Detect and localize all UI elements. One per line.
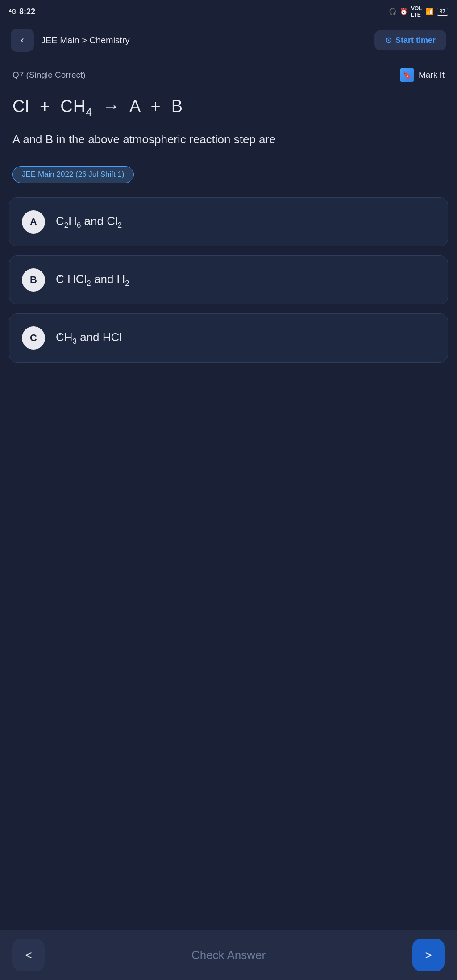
- carbon-radical-c: C: [56, 330, 64, 344]
- question-text: A and B in the above atmospheric reactio…: [12, 131, 445, 148]
- wifi-icon: 📶: [426, 8, 433, 15]
- option-a-circle: A: [22, 210, 45, 234]
- status-bar: ⁴G 8:22 🎧 ⏰ VOLLTE 📶 37: [0, 0, 457, 21]
- chlorine-radical: Cl: [12, 95, 29, 118]
- option-b-circle: B: [22, 268, 45, 292]
- back-button[interactable]: ‹: [11, 29, 34, 52]
- option-c-text: CH3 and HCl: [56, 330, 122, 346]
- question-header: Q7 (Single Correct) 🔖 Mark It: [0, 59, 457, 88]
- back-icon: ‹: [21, 34, 24, 46]
- check-answer-label: Check Answer: [191, 948, 266, 962]
- battery-indicator: 37: [437, 8, 448, 16]
- bookmark-icon: 🔖: [400, 68, 414, 82]
- start-timer-button[interactable]: ⊙ Start timer: [374, 30, 446, 50]
- mark-it-button[interactable]: 🔖 Mark It: [400, 68, 445, 82]
- bottom-navigation: < Check Answer >: [0, 930, 457, 980]
- option-b-text: C HCl2 and H2: [56, 272, 129, 288]
- carbon-radical-b: C: [56, 272, 64, 286]
- status-time: 8:22: [19, 7, 35, 17]
- option-a-card[interactable]: A C2H6 and Cl2: [9, 197, 448, 246]
- chemical-equation: Cl + CH4 → A + B: [12, 95, 445, 120]
- option-a-letter: A: [30, 216, 37, 228]
- mark-it-label: Mark It: [419, 70, 445, 80]
- status-left: ⁴G 8:22: [9, 7, 35, 17]
- next-icon: >: [425, 948, 432, 962]
- signal-icon: ⁴G: [9, 8, 17, 15]
- prev-button[interactable]: <: [12, 939, 45, 971]
- option-c-card[interactable]: C CH3 and HCl: [9, 313, 448, 363]
- question-content: Cl + CH4 → A + B A and B in the above at…: [0, 88, 457, 159]
- start-timer-label: Start timer: [395, 36, 436, 45]
- nav-header: ‹ JEE Main > Chemistry ⊙ Start timer: [0, 21, 457, 59]
- option-b-letter: B: [30, 274, 37, 286]
- tag-container: JEE Main 2022 (26 Jul Shift 1): [0, 159, 457, 197]
- prev-icon: <: [25, 948, 32, 962]
- option-b-card[interactable]: B C HCl2 and H2: [9, 255, 448, 304]
- status-right: 🎧 ⏰ VOLLTE 📶 37: [389, 5, 448, 18]
- option-c-circle: C: [22, 326, 45, 350]
- option-c-letter: C: [30, 332, 37, 344]
- next-button[interactable]: >: [412, 939, 445, 971]
- lte-icon: VOLLTE: [411, 5, 422, 18]
- alarm-icon: ⏰: [400, 8, 407, 15]
- jee-tag: JEE Main 2022 (26 Jul Shift 1): [12, 166, 134, 183]
- timer-icon: ⊙: [385, 35, 392, 45]
- headphone-icon: 🎧: [389, 8, 396, 15]
- question-label: Q7 (Single Correct): [12, 70, 86, 80]
- breadcrumb: JEE Main > Chemistry: [41, 35, 367, 46]
- option-a-text: C2H6 and Cl2: [56, 214, 122, 230]
- options-container: A C2H6 and Cl2 B C HCl2 and H2 C CH3 and…: [0, 197, 457, 363]
